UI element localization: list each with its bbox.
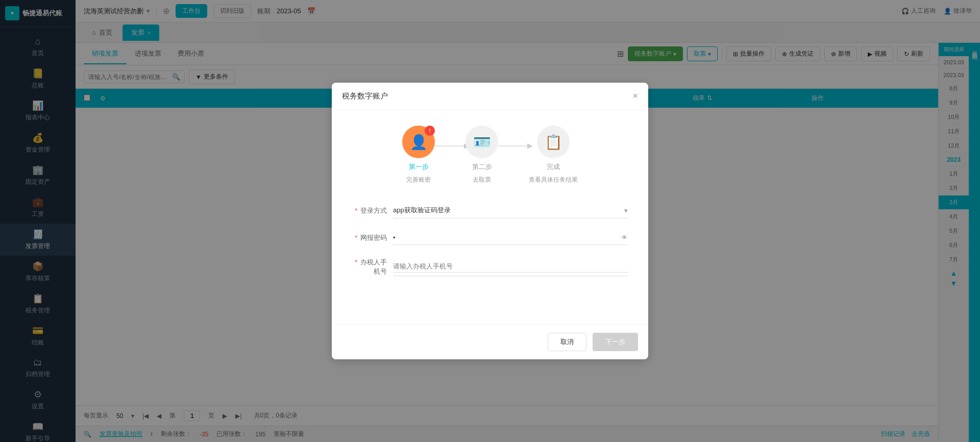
form-row-login-method: 登录方式 app获取验证码登录 ▾ (352, 203, 628, 218)
step-1-icon-symbol: 👤 (410, 134, 428, 151)
step-1-title: 第一步 (409, 162, 429, 171)
modal-body: 👤 ! 第一步 完善账密 ▶ 🪪 第二步 (332, 110, 648, 324)
modal-header: 税务数字账户 × (332, 83, 648, 110)
login-method-select[interactable]: app获取验证码登录 ▾ (393, 203, 628, 218)
cancel-button[interactable]: 取消 (548, 333, 586, 351)
step-2-desc: 去取票 (473, 176, 491, 184)
step-3: 📋 完成 查看具体任务结果 (529, 126, 578, 184)
step-2-icon: 🪪 (465, 126, 498, 158)
password-label: 网报密码 (352, 233, 393, 242)
modal-spacer (352, 288, 628, 309)
step-3-desc: 查看具体任务结果 (529, 176, 578, 184)
modal-close-button[interactable]: × (632, 91, 638, 102)
step-2-icon-symbol: 🪪 (473, 134, 491, 151)
step-3-icon-symbol: 📋 (545, 134, 562, 151)
modal-footer: 取消 下一步 (332, 324, 648, 359)
phone-field-container (393, 257, 628, 276)
form-row-phone: 办税人手机号 (352, 257, 628, 276)
password-input[interactable] (393, 234, 621, 241)
arrow-icon-2: ▶ (527, 141, 533, 150)
form-row-password: 网报密码 👁 (352, 231, 628, 245)
arrow-line-1: ▶ (435, 145, 465, 146)
login-method-label: 登录方式 (352, 206, 393, 215)
step-1-icon: 👤 ! (402, 126, 435, 158)
select-dropdown-icon: ▾ (624, 207, 628, 214)
modal-form: 登录方式 app获取验证码登录 ▾ 网报密码 👁 (352, 203, 628, 276)
modal-title: 税务数字账户 (342, 91, 388, 101)
phone-input[interactable] (393, 260, 628, 273)
modal-overlay: 税务数字账户 × 👤 ! 第一步 完善账密 ▶ (0, 0, 980, 442)
eye-icon[interactable]: 👁 (621, 234, 628, 241)
next-button[interactable]: 下一步 (593, 333, 638, 351)
steps-container: 👤 ! 第一步 完善账密 ▶ 🪪 第二步 (352, 126, 628, 184)
step-3-icon: 📋 (537, 126, 570, 158)
arrow-line-2: ▶ (498, 145, 529, 146)
modal-dialog: 税务数字账户 × 👤 ! 第一步 完善账密 ▶ (332, 83, 648, 359)
step-1-badge: ! (425, 126, 435, 136)
login-method-value: app获取验证码登录 (393, 206, 624, 215)
step-arrow-1: ▶ (435, 145, 465, 146)
step-3-title: 完成 (547, 162, 560, 171)
step-1: 👤 ! 第一步 完善账密 (402, 126, 435, 184)
step-1-desc: 完善账密 (406, 176, 431, 184)
password-field[interactable]: 👁 (393, 231, 628, 245)
step-arrow-2: ▶ (498, 145, 529, 146)
step-2-title: 第二步 (472, 162, 492, 171)
step-2: 🪪 第二步 去取票 (465, 126, 498, 184)
phone-label: 办税人手机号 (352, 258, 393, 276)
